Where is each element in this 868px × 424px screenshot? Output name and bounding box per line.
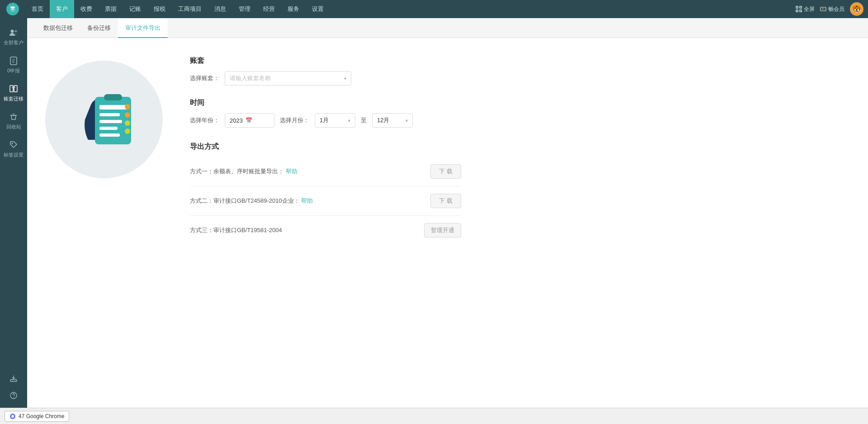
svg-point-21 [125, 104, 130, 110]
export-title: 导出方式 [190, 142, 461, 152]
main-layout: 全部客户 0申报 账套迁移 回收站 标签设置 [0, 18, 868, 408]
sidebar-item-tag-settings[interactable]: 标签设置 [0, 135, 27, 163]
export-method-1-help-link[interactable]: 帮助 [286, 168, 297, 175]
nav-tax[interactable]: 报税 [147, 0, 172, 18]
nav-operation[interactable]: 经营 [257, 0, 281, 18]
year-input[interactable]: 2023 📅 [225, 113, 274, 128]
taskbar: 47 Google Chrome [0, 408, 868, 424]
end-month-value: 12月 [377, 116, 389, 124]
time-separator: 至 [361, 116, 367, 124]
export-method-1-label: 方式一：余额表、序时账批量导出： 帮助 [190, 167, 430, 176]
export-method-2: 方式二：审计接口GB/T24589-2010企业： 帮助 下 载 [190, 186, 461, 216]
sidebar-label-zero-declare: 0申报 [7, 67, 20, 74]
nav-fees[interactable]: 收费 [74, 0, 99, 18]
export-method-1: 方式一：余额表、序时账批量导出： 帮助 下 载 [190, 157, 461, 186]
svg-point-23 [125, 120, 130, 126]
end-month-select[interactable]: 12月 ▾ [372, 113, 413, 128]
svg-rect-18 [99, 120, 122, 123]
member-btn[interactable]: 畅会员 [820, 5, 844, 13]
account-select-placeholder: 请输入账套名称 [230, 74, 271, 82]
nav-business[interactable]: 工商项目 [172, 0, 208, 18]
nav-customers[interactable]: 客户 [50, 0, 74, 18]
svg-point-7 [15, 30, 17, 33]
sidebar-label-migration: 账套迁移 [4, 95, 24, 102]
nav-message[interactable]: 消息 [208, 0, 232, 18]
tab-audit-export[interactable]: 审计文件导出 [118, 19, 168, 38]
sidebar-item-migration[interactable]: 账套迁移 [0, 79, 27, 107]
export-method-2-download-btn[interactable]: 下 载 [430, 194, 461, 208]
year-value: 2023 [230, 117, 243, 124]
nav-service[interactable]: 服务 [281, 0, 306, 18]
svg-rect-3 [796, 10, 798, 12]
taskbar-chrome-label: 47 Google Chrome [19, 413, 64, 419]
svg-rect-12 [10, 380, 17, 381]
nav-accounting[interactable]: 记账 [123, 0, 147, 18]
account-select[interactable]: 请输入账套名称 ▾ [225, 71, 351, 86]
sidebar-item-all-customers[interactable]: 全部客户 [0, 23, 27, 51]
calendar-icon: 📅 [245, 117, 252, 124]
svg-rect-10 [14, 86, 17, 92]
tabs-bar: 数据包迁移 备份迁移 审计文件导出 [27, 18, 868, 38]
nav-home[interactable]: 首页 [25, 0, 50, 18]
time-form-row: 选择年份： 2023 📅 选择月份： 1月 ▾ 至 12月 [190, 113, 461, 128]
svg-rect-16 [99, 105, 127, 110]
export-method-1-download-btn[interactable]: 下 载 [430, 164, 461, 179]
export-method-2-label: 方式二：审计接口GB/T24589-2010企业： 帮助 [190, 197, 430, 205]
migration-icon [8, 83, 19, 94]
sidebar-label-tag-settings: 标签设置 [4, 152, 24, 158]
nav-manage[interactable]: 管理 [232, 0, 257, 18]
export-method-3-label: 方式三：审计接口GB/T19581-2004 [190, 226, 424, 234]
account-title: 账套 [190, 56, 461, 66]
nav-settings[interactable]: 设置 [306, 0, 330, 18]
account-form-row: 选择账套： 请输入账套名称 ▾ [190, 71, 461, 86]
svg-rect-1 [796, 6, 798, 8]
tab-data-migration[interactable]: 数据包迁移 [36, 19, 80, 38]
svg-rect-19 [99, 127, 118, 130]
svg-point-11 [12, 143, 13, 144]
illustration-image [45, 61, 163, 178]
recycle-icon [8, 111, 19, 122]
month-label: 选择月份： [280, 116, 309, 124]
avatar[interactable]: 🐯 [850, 2, 863, 16]
svg-rect-17 [99, 113, 120, 116]
top-nav: 首页 客户 收费 票据 记账 报税 工商项目 消息 管理 经营 服务 设置 全屏… [0, 0, 868, 18]
tab-backup-migration[interactable]: 备份迁移 [80, 19, 118, 38]
sidebar-label-all-customers: 全部客户 [4, 39, 24, 46]
all-customers-icon [8, 27, 19, 38]
sidebar-bottom-download[interactable] [9, 371, 18, 386]
sidebar-bottom [9, 371, 18, 408]
year-label: 选择年份： [190, 116, 219, 124]
sidebar-label-recycle: 回收站 [6, 124, 21, 130]
export-method-3-coming-soon-btn[interactable]: 暂缓开通 [424, 223, 461, 238]
end-month-chevron-icon: ▾ [406, 118, 408, 123]
nav-items: 首页 客户 收费 票据 记账 报税 工商项目 消息 管理 经营 服务 设置 [25, 0, 796, 18]
fullscreen-btn[interactable]: 全屏 [796, 5, 815, 13]
illustration-area [45, 52, 163, 394]
tag-icon [8, 139, 19, 150]
sidebar-item-recycle[interactable]: 回收站 [0, 107, 27, 135]
account-select-chevron-icon: ▾ [344, 76, 346, 81]
svg-rect-4 [800, 10, 802, 12]
export-section: 导出方式 方式一：余额表、序时账批量导出： 帮助 下 载 方 [190, 142, 461, 245]
taskbar-chrome[interactable]: 47 Google Chrome [5, 411, 69, 422]
time-title: 时间 [190, 98, 461, 108]
logo [5, 1, 21, 17]
svg-point-24 [125, 129, 130, 134]
export-method-3: 方式三：审计接口GB/T19581-2004 暂缓开通 [190, 216, 461, 245]
form-area: 账套 选择账套： 请输入账套名称 ▾ 时间 选择年份： [190, 52, 461, 394]
export-method-2-help-link[interactable]: 帮助 [301, 197, 313, 204]
svg-point-22 [125, 112, 130, 118]
sidebar-item-zero-declare[interactable]: 0申报 [0, 51, 27, 79]
account-section: 账套 选择账套： 请输入账套名称 ▾ [190, 56, 461, 87]
page-content: 账套 选择账套： 请输入账套名称 ▾ 时间 选择年份： [27, 38, 868, 408]
account-select-label: 选择账套： [190, 74, 219, 82]
start-month-chevron-icon: ▾ [348, 118, 350, 123]
nav-invoices[interactable]: 票据 [99, 0, 123, 18]
start-month-select[interactable]: 1月 ▾ [315, 113, 355, 128]
start-month-value: 1月 [320, 116, 329, 124]
sidebar-bottom-help[interactable] [9, 388, 18, 403]
svg-point-14 [13, 397, 14, 398]
time-section: 时间 选择年份： 2023 📅 选择月份： 1月 ▾ 至 [190, 98, 461, 129]
svg-rect-2 [800, 6, 802, 8]
zero-declare-icon [8, 55, 19, 66]
